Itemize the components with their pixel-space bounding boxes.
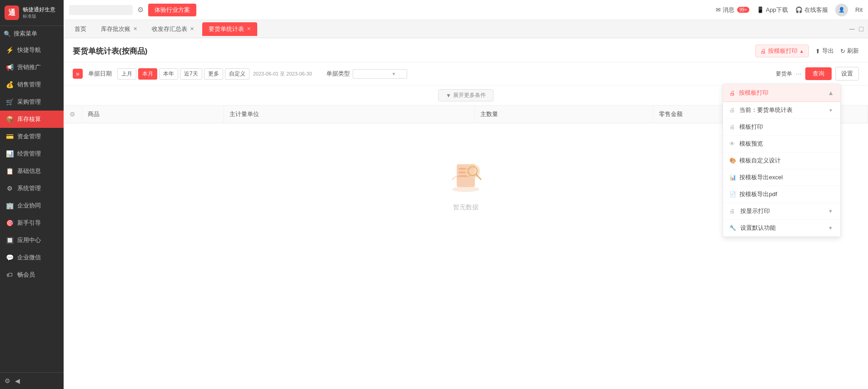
dropdown-item-set-default[interactable]: 🔧 设置默认功能 ▼ bbox=[723, 220, 840, 237]
empty-text: 暂无数据 bbox=[453, 203, 479, 212]
messages-label: 消息 bbox=[723, 6, 734, 14]
messages-icon: ✉ bbox=[716, 6, 721, 13]
tab-inventory-batch[interactable]: 库存批次账 ✕ bbox=[95, 22, 144, 36]
sidebar-item-appstore[interactable]: 🔲 应用中心 bbox=[0, 232, 64, 249]
window-minimize-icon[interactable]: ─ bbox=[849, 25, 854, 33]
filter-expand-btn[interactable]: » bbox=[73, 69, 83, 79]
dropdown-current-item[interactable]: 🖨 当前：要货单统计表 ▼ bbox=[723, 102, 840, 119]
date-btn-current-year[interactable]: 本年 bbox=[159, 68, 178, 80]
trial-btn[interactable]: 体验行业方案 bbox=[148, 4, 196, 16]
expand-more-label: 展开更多条件 bbox=[453, 91, 486, 99]
tab-revenue-summary-close[interactable]: ✕ bbox=[190, 26, 194, 32]
header-actions: ✉ 消息 99+ 📱 App下载 🎧 在线客服 👤 Rit bbox=[716, 4, 863, 16]
current-item-icon: 🖨 bbox=[729, 107, 735, 113]
set-default-arrow: ▼ bbox=[828, 225, 833, 231]
purchase-icon: 🛒 bbox=[5, 98, 14, 106]
sidebar-item-newbie[interactable]: 🎯 新手引导 bbox=[0, 214, 64, 232]
top-header: ⚙ 体验行业方案 ✉ 消息 99+ 📱 App下载 🎧 在线客服 👤 Rit bbox=[64, 0, 868, 20]
date-buttons: 上月 本月 本年 近7天 更多 自定义 2023-06-01 至 2023-06… bbox=[117, 68, 312, 80]
sidebar-item-basic[interactable]: 📋 基础信息 bbox=[0, 162, 64, 180]
filter-more-icon[interactable]: ⋯ bbox=[796, 71, 802, 77]
order-goods-label: 要货单 bbox=[776, 70, 792, 78]
online-service-action[interactable]: 🎧 在线客服 bbox=[795, 6, 828, 14]
dropdown-item-template-preview[interactable]: 👁 模板预览 bbox=[723, 136, 840, 152]
query-btn[interactable]: 查询 bbox=[805, 67, 832, 80]
tab-revenue-summary[interactable]: 收发存汇总表 ✕ bbox=[145, 22, 200, 36]
sidebar-item-enterprise[interactable]: 🏢 企业协同 bbox=[0, 197, 64, 214]
template-design-icon: 🎨 bbox=[729, 157, 736, 164]
date-btn-last-7-days[interactable]: 近7天 bbox=[180, 68, 202, 80]
export-btn[interactable]: ⬆ 导出 bbox=[815, 47, 834, 55]
enterprise-icon: 🏢 bbox=[5, 202, 14, 209]
sidebar-settings-icon[interactable]: ⚙ bbox=[5, 377, 10, 384]
dropdown-item-export-excel[interactable]: 📊 按模板导出excel bbox=[723, 169, 840, 186]
tab-order-stats-close[interactable]: ✕ bbox=[247, 26, 251, 32]
date-btn-last-month[interactable]: 上月 bbox=[117, 68, 136, 80]
sidebar-collapse-icon[interactable]: ◀ bbox=[15, 377, 20, 384]
display-print-icon: 🖨 bbox=[729, 208, 735, 214]
refresh-label: 刷新 bbox=[847, 47, 859, 55]
table-settings-icon[interactable]: ⚙ bbox=[70, 111, 75, 118]
tab-home-label: 首页 bbox=[75, 25, 86, 33]
window-maximize-icon[interactable]: □ bbox=[859, 25, 863, 33]
sidebar-item-operations[interactable]: 📊 经营管理 bbox=[0, 145, 64, 162]
print-template-btn[interactable]: 🖨 按模板打印 ▲ bbox=[755, 45, 809, 57]
sidebar-item-member[interactable]: 🏷 畅会员 bbox=[0, 266, 64, 283]
filter-type-select: 单据类型 ▼ bbox=[326, 69, 407, 79]
messages-badge: 99+ bbox=[737, 7, 749, 13]
date-btn-more[interactable]: 更多 bbox=[204, 68, 223, 80]
sidebar-item-sales[interactable]: 💰 销售管理 bbox=[0, 76, 64, 93]
dropdown-item-export-pdf[interactable]: 📄 按模板导出pdf bbox=[723, 186, 840, 203]
header-gear-icon[interactable]: ⚙ bbox=[137, 5, 144, 14]
breadcrumb-input[interactable] bbox=[69, 5, 133, 15]
app-download-action[interactable]: 📱 App下载 bbox=[757, 6, 788, 14]
sidebar-item-quick-nav[interactable]: ⚡ 快捷导航 bbox=[0, 41, 64, 59]
page-actions: 🖨 按模板打印 ▲ ⬆ 导出 ↻ 刷新 bbox=[755, 45, 859, 57]
tab-inventory-batch-close[interactable]: ✕ bbox=[133, 26, 137, 32]
sidebar-item-purchase[interactable]: 🛒 采购管理 bbox=[0, 93, 64, 111]
sidebar-item-wechat[interactable]: 💬 企业微信 bbox=[0, 249, 64, 266]
sidebar-item-inventory[interactable]: 📦 库存核算 bbox=[0, 111, 64, 128]
svg-point-0 bbox=[452, 187, 479, 192]
template-print-label: 模板打印 bbox=[739, 123, 763, 131]
date-btn-custom[interactable]: 自定义 bbox=[225, 68, 249, 80]
template-preview-icon: 👁 bbox=[729, 141, 735, 147]
sidebar-item-label: 采购管理 bbox=[17, 98, 41, 106]
refresh-btn[interactable]: ↻ 刷新 bbox=[840, 47, 859, 55]
page-content: 要货单统计表(按商品) 🖨 按模板打印 ▲ ⬆ 导出 ↻ 刷新 » bbox=[64, 38, 868, 389]
sales-icon: 💰 bbox=[5, 81, 14, 88]
tab-inventory-batch-label: 库存批次账 bbox=[101, 25, 130, 33]
marketing-icon: 📢 bbox=[5, 64, 14, 71]
dropdown-item-template-design[interactable]: 🎨 模板自定义设计 bbox=[723, 152, 840, 169]
sidebar: 通 畅捷通好生意 标准版 🔍 搜索菜单 ⚡ 快捷导航 📢 营销推广 💰 销售管理… bbox=[0, 0, 64, 389]
sidebar-item-marketing[interactable]: 📢 营销推广 bbox=[0, 59, 64, 76]
sidebar-item-finance[interactable]: 💳 资金管理 bbox=[0, 128, 64, 145]
date-btn-current-month[interactable]: 本月 bbox=[138, 68, 157, 80]
table-header-settings[interactable]: ⚙ bbox=[64, 106, 82, 123]
sidebar-search-label: 搜索菜单 bbox=[14, 30, 37, 38]
sidebar-search[interactable]: 🔍 搜索菜单 bbox=[0, 26, 64, 41]
page-title: 要货单统计表(按商品) bbox=[73, 46, 147, 56]
current-item-label: 当前：要货单统计表 bbox=[739, 106, 793, 114]
user-avatar[interactable]: 👤 bbox=[835, 4, 848, 16]
tab-order-stats[interactable]: 要货单统计表 ✕ bbox=[202, 22, 257, 36]
dropdown-item-template-print[interactable]: 🖨 模板打印 bbox=[723, 119, 840, 136]
tab-home[interactable]: 首页 bbox=[68, 22, 93, 36]
sidebar-item-label: 营销推广 bbox=[17, 63, 41, 71]
dropdown-menu: 🖨 按模板打印 ▲ 🖨 当前：要货单统计表 ▼ 🖨 模板打印 👁 bbox=[723, 84, 841, 237]
settings-btn[interactable]: 设置 bbox=[835, 67, 859, 81]
expand-more-btn[interactable]: ▼ 展开更多条件 bbox=[438, 89, 494, 101]
sidebar-item-system[interactable]: ⚙ 系统管理 bbox=[0, 180, 64, 197]
type-select-box[interactable]: ▼ bbox=[353, 69, 407, 79]
template-preview-label: 模板预览 bbox=[739, 140, 763, 148]
app-logo-icon: 通 bbox=[5, 5, 19, 20]
main-content: ⚙ 体验行业方案 ✉ 消息 99+ 📱 App下载 🎧 在线客服 👤 Rit bbox=[64, 0, 868, 389]
set-default-label: 设置默认功能 bbox=[740, 224, 776, 232]
wechat-icon: 💬 bbox=[5, 254, 14, 261]
dropdown-item-display-print[interactable]: 🖨 按显示打印 ▼ bbox=[723, 203, 840, 220]
print-btn-label: 按模板打印 bbox=[768, 47, 798, 55]
messages-action[interactable]: ✉ 消息 99+ bbox=[716, 6, 749, 14]
dropdown-close-icon[interactable]: ▲ bbox=[828, 89, 834, 96]
export-excel-label: 按模板导出excel bbox=[739, 173, 783, 182]
sidebar-item-label: 企业协同 bbox=[17, 202, 41, 210]
